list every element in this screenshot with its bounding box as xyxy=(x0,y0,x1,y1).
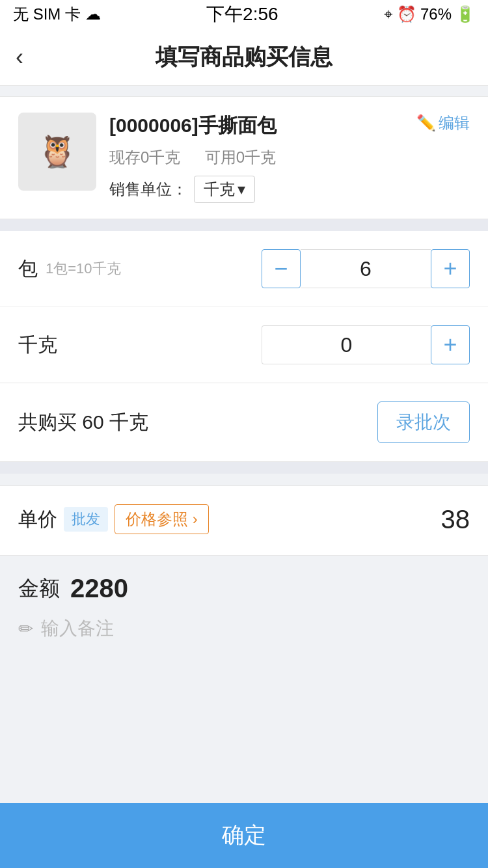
product-info: [0000006]手撕面包 现存0千克 可用0千克 销售单位： 千克 ▾ xyxy=(109,113,403,203)
status-bar: 无 SIM 卡 ☁ 下午2:56 ⌖ ⏰ 76% 🔋 xyxy=(0,0,488,29)
available-label: 可用0千克 xyxy=(205,148,276,166)
bao-sub-label: 1包=10千克 xyxy=(46,259,121,278)
kg-input[interactable] xyxy=(262,325,431,364)
status-left: 无 SIM 卡 ☁ xyxy=(13,4,101,25)
unit-select[interactable]: 千克 ▾ xyxy=(194,176,255,203)
kg-input-row: 千克 + xyxy=(0,307,488,383)
product-stock: 现存0千克 可用0千克 xyxy=(109,147,403,168)
price-label: 单价 xyxy=(18,506,57,533)
bao-stepper: − + xyxy=(262,249,470,288)
remark-icon: ✏ xyxy=(18,618,33,640)
product-name: [0000006]手撕面包 xyxy=(109,113,403,139)
section-divider-1 xyxy=(0,219,488,231)
unit-value: 千克 xyxy=(204,179,235,200)
status-right: ⌖ ⏰ 76% 🔋 xyxy=(384,5,475,23)
amount-label: 金额 xyxy=(18,575,60,603)
product-unit-row: 销售单位： 千克 ▾ xyxy=(109,176,403,203)
edit-label: 编辑 xyxy=(439,113,470,133)
battery-label: 76% xyxy=(420,5,452,23)
amount-row: 金额 2280 xyxy=(18,574,470,603)
price-ref-button[interactable]: 价格参照 › xyxy=(115,504,209,534)
product-logo: 🦉 xyxy=(38,133,77,170)
back-button[interactable]: ‹ xyxy=(16,44,23,71)
price-row: 单价 批发 价格参照 › 38 xyxy=(18,504,470,534)
remark-placeholder[interactable]: 输入备注 xyxy=(41,616,114,641)
edit-icon: ✏️ xyxy=(416,114,436,132)
summary-row: 共购买 60 千克 录批次 xyxy=(0,383,488,462)
kg-label: 千克 xyxy=(18,332,57,359)
input-section: 包 1包=10千克 − + 千克 + xyxy=(0,231,488,383)
product-thumbnail: 🦉 xyxy=(18,113,96,191)
page-title: 填写商品购买信息 xyxy=(156,42,332,72)
unit-chevron-icon: ▾ xyxy=(237,180,245,198)
sim-status: 无 SIM 卡 ☁ xyxy=(13,4,101,25)
alarm-icon: ⏰ xyxy=(397,5,416,23)
bao-label: 包 xyxy=(18,256,38,282)
price-section: 单价 批发 价格参照 › 38 xyxy=(0,485,488,556)
summary-text: 共购买 60 千克 xyxy=(18,409,148,436)
amount-value: 2280 xyxy=(70,574,128,603)
amount-section: 金额 2280 ✏ 输入备注 xyxy=(0,556,488,654)
bao-input[interactable] xyxy=(301,249,431,288)
price-tag: 批发 xyxy=(64,507,108,532)
section-divider-2 xyxy=(0,462,488,474)
remark-row[interactable]: ✏ 输入备注 xyxy=(18,616,470,654)
unit-label: 销售单位： xyxy=(109,179,187,200)
product-card: 🦉 [0000006]手撕面包 现存0千克 可用0千克 销售单位： 千克 ▾ ✏… xyxy=(0,96,488,219)
battery-icon: 🔋 xyxy=(455,5,475,23)
kg-stepper: + xyxy=(262,325,470,364)
price-value: 38 xyxy=(441,505,470,534)
bao-plus-button[interactable]: + xyxy=(431,249,470,288)
price-left: 单价 批发 价格参照 › xyxy=(18,504,209,534)
edit-button[interactable]: ✏️ 编辑 xyxy=(416,113,470,133)
header: ‹ 填写商品购买信息 xyxy=(0,29,488,86)
bao-minus-button[interactable]: − xyxy=(262,249,301,288)
status-time: 下午2:56 xyxy=(206,2,278,27)
stock-spacer xyxy=(185,148,200,166)
bao-input-row: 包 1包=10千克 − + xyxy=(0,231,488,307)
stock-label: 现存0千克 xyxy=(109,148,180,166)
batch-button[interactable]: 录批次 xyxy=(377,401,470,443)
location-icon: ⌖ xyxy=(384,5,393,23)
kg-plus-button[interactable]: + xyxy=(431,325,470,364)
confirm-button[interactable]: 确定 xyxy=(0,803,488,868)
product-card-right: ✏️ 编辑 xyxy=(416,113,470,133)
